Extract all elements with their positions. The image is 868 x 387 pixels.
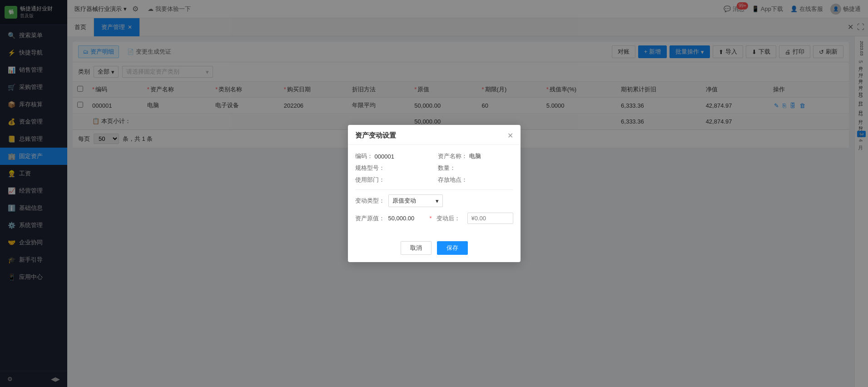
modal-asset-name: 资产名称： 电脑 (438, 152, 513, 160)
modal-divider (355, 189, 513, 190)
modal-body: 编码： 000001 资产名称： 电脑 规格型号： 数量： 使用部门： (348, 145, 521, 237)
save-button[interactable]: 保存 (437, 241, 468, 255)
after-change-input[interactable] (467, 213, 513, 224)
modal-code: 编码： 000001 (355, 152, 431, 160)
original-value-field: 资产原值： 50,000.00 * 变动后： (355, 213, 513, 224)
modal-dept: 使用部门： (355, 176, 431, 184)
modal-quantity: 数量： (438, 164, 513, 172)
modal-footer: 取消 保存 (348, 237, 521, 262)
original-value-display: 50,000.00 (388, 213, 426, 223)
change-type-field: 变动类型： 原值变动 ▾ (355, 194, 513, 207)
modal-close-button[interactable]: ✕ (507, 131, 513, 140)
modal-location: 存放地点： (438, 176, 513, 184)
asset-change-modal: 资产变动设置 ✕ 编码： 000001 资产名称： 电脑 规格型号： 数量： (348, 125, 521, 262)
modal-title: 资产变动设置 (355, 131, 396, 140)
modal-overlay[interactable]: 资产变动设置 ✕ 编码： 000001 资产名称： 电脑 规格型号： 数量： (0, 0, 868, 387)
modal-header: 资产变动设置 ✕ (348, 125, 521, 145)
cancel-button[interactable]: 取消 (401, 241, 432, 255)
modal-info-grid: 编码： 000001 资产名称： 电脑 规格型号： 数量： 使用部门： (355, 152, 513, 184)
modal-spec: 规格型号： (355, 164, 431, 172)
change-type-dropdown-icon: ▾ (436, 198, 439, 204)
change-type-select[interactable]: 原值变动 ▾ (388, 194, 443, 207)
